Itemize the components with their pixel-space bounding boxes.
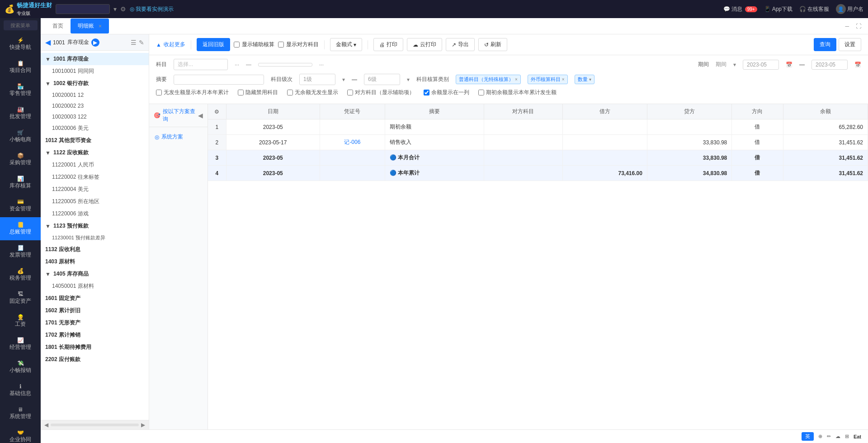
- status-cloud-icon[interactable]: ☁: [835, 433, 840, 439]
- account-item[interactable]: 10020003 122: [41, 111, 149, 122]
- account-item[interactable]: 1701 无形资产: [41, 317, 149, 329]
- account-item[interactable]: 11220001 人民币: [41, 159, 149, 171]
- settings-btn[interactable]: 设置: [839, 38, 861, 51]
- account-item[interactable]: 1702 累计摊销: [41, 329, 149, 341]
- print-btn[interactable]: 🖨 打印: [373, 38, 403, 51]
- sidebar-item-wholesale[interactable]: 🏭 批发管理: [0, 102, 41, 125]
- go-arrow-btn[interactable]: ▶: [91, 38, 99, 47]
- tab-minimize-icon[interactable]: ─: [843, 23, 851, 29]
- sidebar-item-operations[interactable]: 📈 经营管理: [0, 333, 41, 356]
- tag-normal[interactable]: 普通科目（无特殊核算） ×: [456, 75, 521, 84]
- account-item[interactable]: 11220004 美元: [41, 183, 149, 195]
- refresh-btn[interactable]: ↺ 刷新: [478, 38, 507, 51]
- summary-input[interactable]: [174, 75, 264, 85]
- account-item[interactable]: 11220006 游戏: [41, 208, 149, 220]
- checkbox-hide-disabled[interactable]: 隐藏禁用科目: [238, 89, 278, 96]
- amount-format-btn[interactable]: 金额式 ▾: [330, 38, 362, 51]
- sidebar-item-project[interactable]: 📋 项目合同: [0, 56, 41, 79]
- subject-input[interactable]: 选择...: [174, 59, 228, 70]
- checkbox-no-amount[interactable]: 无发生额显示本月本年累计: [156, 89, 229, 96]
- voucher-link[interactable]: 记-006: [344, 139, 360, 145]
- top-search-input[interactable]: [56, 4, 110, 14]
- sidebar-item-sales[interactable]: 💸 小畅报销: [0, 356, 41, 379]
- cb-opposite[interactable]: [347, 90, 353, 95]
- level-end-dropdown-icon[interactable]: ▾: [407, 76, 410, 83]
- checkbox-show-aux[interactable]: 显示辅助核算: [234, 41, 274, 48]
- checkbox-show-opposite[interactable]: 显示对方科目: [278, 41, 319, 48]
- user-avatar-btn[interactable]: 👤 用户名: [836, 4, 863, 14]
- account-item[interactable]: ▼1001 库存现金: [41, 53, 149, 65]
- sidebar-item-enterprise[interactable]: 🤝 企业协同: [0, 425, 41, 443]
- show-aux-checkbox[interactable]: [234, 42, 240, 48]
- sidebar-item-system[interactable]: 🖥 系统管理: [0, 402, 41, 425]
- message-btn[interactable]: 💬 消息 99+: [723, 5, 757, 13]
- period-type-selector[interactable]: 期间: [716, 61, 726, 68]
- cb-no-amount[interactable]: [156, 90, 162, 95]
- scroll-left-icon[interactable]: ◀: [44, 422, 48, 428]
- sidebar-item-purchase[interactable]: 📦 采购管理: [0, 148, 41, 171]
- checkbox-no-balance[interactable]: 无余额无发生显示: [287, 89, 338, 96]
- query-btn[interactable]: 查询: [814, 38, 836, 51]
- account-item[interactable]: ▼1122 应收账款: [41, 147, 149, 159]
- sidebar-item-tax[interactable]: 💰 税务管理: [0, 263, 41, 286]
- tab-expand-icon[interactable]: ⛶: [854, 23, 863, 29]
- status-edit-icon[interactable]: ✏: [827, 433, 831, 439]
- level-end-input[interactable]: 6级: [364, 74, 400, 85]
- period-end-input[interactable]: 2023-05: [811, 60, 848, 70]
- export-btn[interactable]: ↗ 导出: [446, 38, 475, 51]
- sidebar-item-basic[interactable]: ℹ 基础信息: [0, 379, 41, 402]
- sidebar-search-input[interactable]: [4, 20, 38, 30]
- sidebar-item-finance[interactable]: 💳 资金管理: [0, 194, 41, 217]
- checkbox-opening[interactable]: 期初余额显示本年累计发生额: [478, 89, 557, 96]
- level-start-input[interactable]: 1级: [299, 74, 335, 85]
- account-item[interactable]: 1132 应收利息: [41, 243, 149, 256]
- online-service-btn[interactable]: 🎧 在线客服: [799, 5, 829, 13]
- cb-balance-col[interactable]: [424, 90, 429, 95]
- back-old-btn[interactable]: 返回旧版: [197, 38, 230, 51]
- checkbox-opposite[interactable]: 对方科目（显示辅助项）: [347, 89, 415, 96]
- account-item[interactable]: 11220002 往来标签: [41, 171, 149, 183]
- cb-no-balance[interactable]: [287, 90, 293, 95]
- sidebar-item-invoice[interactable]: 🧾 发票管理: [0, 240, 41, 263]
- account-item[interactable]: 1403 原材料: [41, 256, 149, 268]
- cb-opening[interactable]: [478, 90, 484, 95]
- tab-detail[interactable]: 明细账 ×: [71, 19, 109, 33]
- settings-icon-top[interactable]: ⚙: [120, 5, 126, 13]
- sidebar-item-assets[interactable]: 🏗 固定资产: [0, 286, 41, 310]
- tab-home[interactable]: 首页: [45, 19, 71, 33]
- status-eat-label[interactable]: Eat: [854, 434, 861, 439]
- sidebar-item-retail[interactable]: 🏪 零售管理: [0, 79, 41, 102]
- account-item[interactable]: 10010001 同同同: [41, 65, 149, 77]
- tree-edit-icon[interactable]: ✎: [139, 39, 144, 46]
- account-item[interactable]: 10020002 23: [41, 100, 149, 111]
- show-opposite-checkbox[interactable]: [278, 42, 284, 48]
- period-dropdown-icon[interactable]: ▾: [733, 62, 736, 68]
- app-download-btn[interactable]: 📱 App下载: [764, 5, 793, 13]
- tag-quantity[interactable]: 数量 ▾: [575, 75, 594, 84]
- tag-close-foreign[interactable]: ×: [562, 77, 565, 82]
- tree-list-icon[interactable]: ☰: [131, 39, 137, 46]
- collapse-left-icon[interactable]: ◀: [198, 112, 203, 119]
- dropdown-icon[interactable]: ▾: [113, 5, 117, 13]
- scroll-right-icon[interactable]: ▶: [141, 422, 145, 428]
- account-item[interactable]: 14050001 原材料: [41, 280, 149, 292]
- account-item[interactable]: 11230001 预付账款差异: [41, 232, 149, 243]
- tag-dropdown-icon[interactable]: ▾: [589, 77, 591, 82]
- level-dropdown-icon[interactable]: ▾: [342, 76, 345, 83]
- tag-foreign[interactable]: 外币核算科目 ×: [528, 75, 568, 84]
- cb-hide-disabled[interactable]: [238, 90, 244, 95]
- demo-link[interactable]: ◎ 我要看实例演示: [130, 5, 174, 13]
- tag-close-normal[interactable]: ×: [515, 77, 518, 82]
- account-item[interactable]: 1601 固定资产: [41, 292, 149, 305]
- account-item[interactable]: 10020006 美元: [41, 122, 149, 134]
- more-toggle-btn[interactable]: ▲ 收起更多: [156, 41, 185, 48]
- td-voucher[interactable]: 记-006: [320, 135, 385, 150]
- subject-end-input[interactable]: [258, 63, 312, 67]
- cloud-print-btn[interactable]: ☁ 云打印: [407, 38, 442, 51]
- account-item[interactable]: ▼1002 银行存款: [41, 77, 149, 90]
- account-item[interactable]: 1602 累计折旧: [41, 305, 149, 317]
- account-item[interactable]: 10020001 12: [41, 90, 149, 100]
- checkbox-balance-col[interactable]: 余额显示在一列: [424, 89, 469, 96]
- account-item[interactable]: ▼1405 库存商品: [41, 268, 149, 280]
- status-translate-btn[interactable]: 英: [802, 432, 814, 441]
